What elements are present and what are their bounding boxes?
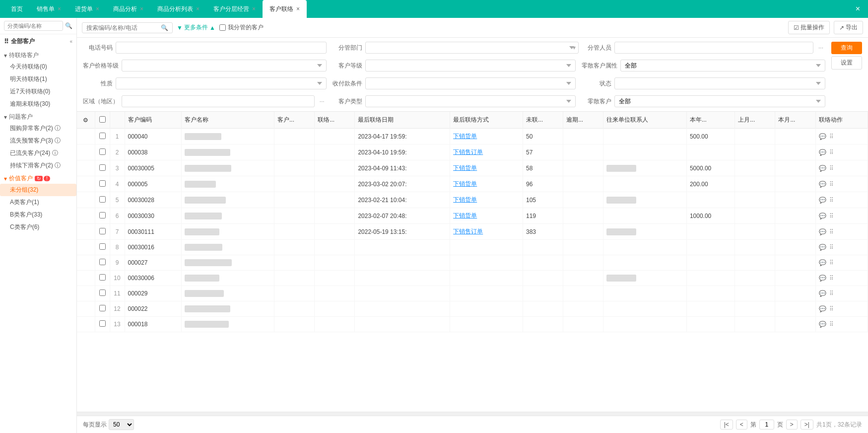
last-page-button[interactable]: >| bbox=[801, 420, 813, 430]
message-icon[interactable]: 💬 bbox=[819, 305, 826, 312]
select-all-checkbox[interactable] bbox=[99, 116, 106, 123]
nav-customer-contact[interactable]: 客户联络 × bbox=[263, 0, 307, 18]
status-select[interactable] bbox=[614, 77, 825, 89]
checkbox-cell[interactable] bbox=[95, 240, 110, 255]
nav-purchase[interactable]: 进货单 × bbox=[68, 0, 106, 18]
more-icon[interactable]: ⠿ bbox=[829, 213, 834, 219]
page-size-select[interactable]: 10 20 50 100 bbox=[109, 419, 134, 430]
checkbox-cell[interactable] bbox=[95, 224, 110, 240]
reset-button[interactable]: 设置 bbox=[831, 56, 862, 70]
col-last-date[interactable]: 最后联络日期 bbox=[355, 112, 450, 129]
message-icon[interactable]: 💬 bbox=[819, 165, 826, 172]
nav-home[interactable]: 首页 bbox=[4, 0, 30, 18]
batch-op-button[interactable]: ☑ 批量操作 bbox=[788, 21, 830, 34]
search-icon[interactable]: 🔍 bbox=[161, 24, 168, 31]
more-icon[interactable]: ⠿ bbox=[829, 181, 834, 188]
checkbox-cell[interactable] bbox=[95, 301, 110, 317]
col-unit-contact[interactable]: 往来单位联系人 bbox=[603, 112, 687, 129]
region-more-icon[interactable]: ··· bbox=[318, 98, 327, 105]
checkbox-cell[interactable] bbox=[95, 286, 110, 301]
sidebar-group-problem[interactable]: ▾ 问题客户 bbox=[0, 110, 76, 122]
phone-input[interactable] bbox=[116, 42, 327, 54]
sidebar-item-tomorrow[interactable]: 明天待联络(1) bbox=[0, 73, 76, 85]
checkbox-cell[interactable] bbox=[95, 129, 110, 144]
filter-more-btn[interactable]: ▼ 更多条件 ▲ bbox=[177, 23, 215, 32]
first-page-button[interactable]: |< bbox=[720, 420, 733, 430]
nav-purchase-close[interactable]: × bbox=[96, 5, 99, 12]
my-customers-check[interactable] bbox=[219, 24, 226, 31]
more-icon[interactable]: ⠿ bbox=[829, 259, 834, 266]
payment-select[interactable] bbox=[365, 77, 576, 89]
sidebar-item-class-b[interactable]: B类客户(33) bbox=[0, 209, 76, 221]
sidebar-group-value[interactable]: ▾ 价值客户 ↻ ! bbox=[0, 172, 76, 184]
retail-attr-select[interactable]: 全部 bbox=[620, 60, 825, 72]
sidebar-item-7days[interactable]: 近7天待联络(0) bbox=[0, 85, 76, 98]
col-this-year[interactable]: 本年... bbox=[686, 112, 734, 129]
checkbox-cell[interactable] bbox=[95, 144, 110, 160]
message-icon[interactable]: 💬 bbox=[819, 275, 826, 282]
col-this-month[interactable]: 本月... bbox=[775, 112, 815, 129]
message-icon[interactable]: 💬 bbox=[819, 197, 826, 204]
col-overdue[interactable]: 逾期... bbox=[563, 112, 603, 129]
my-customers-checkbox[interactable]: 我分管的客户 bbox=[219, 23, 264, 32]
gender-select[interactable] bbox=[116, 77, 327, 89]
nav-product-list[interactable]: 商品分析列表 × bbox=[150, 0, 206, 18]
message-icon[interactable]: 💬 bbox=[819, 149, 826, 156]
message-icon[interactable]: 💬 bbox=[819, 259, 826, 266]
nav-customer-segment-close[interactable]: × bbox=[252, 5, 256, 12]
sidebar-item-ungrouped[interactable]: 未分组(32) bbox=[0, 184, 76, 196]
sidebar-group-pending[interactable]: ▾ 待联络客户 bbox=[0, 49, 76, 61]
sidebar-item-class-c[interactable]: C类客户(6) bbox=[0, 221, 76, 233]
sidebar-item-abnormal[interactable]: 囤购异常客户(2) ⓘ bbox=[0, 122, 76, 135]
col-checkbox[interactable] bbox=[95, 112, 110, 129]
checkbox-cell[interactable] bbox=[95, 255, 110, 271]
more-icon[interactable]: ⠿ bbox=[829, 275, 834, 282]
sidebar-item-churned[interactable]: 已流失客户(24) ⓘ bbox=[0, 147, 76, 159]
message-icon[interactable]: 💬 bbox=[819, 133, 826, 140]
message-icon[interactable]: 💬 bbox=[819, 181, 826, 188]
region-input[interactable] bbox=[122, 95, 315, 107]
more-icon[interactable]: ⠿ bbox=[829, 197, 834, 204]
message-icon[interactable]: 💬 bbox=[819, 290, 826, 297]
export-button[interactable]: ↗ 导出 bbox=[834, 21, 863, 34]
col-type[interactable]: 客户... bbox=[274, 112, 315, 129]
sidebar-item-churn-warn[interactable]: 流失预警客户(3) ⓘ bbox=[0, 135, 76, 147]
sidebar-item-overdue[interactable]: 逾期未联络(30) bbox=[0, 98, 76, 110]
sidebar-all-customers[interactable]: ⠿ 全部客户 « bbox=[0, 34, 76, 49]
checkbox-cell[interactable] bbox=[95, 271, 110, 286]
col-code[interactable]: 客户编码 bbox=[125, 112, 182, 129]
manager-input[interactable] bbox=[614, 42, 813, 54]
col-name[interactable]: 客户名称 bbox=[182, 112, 274, 129]
customer-level-select[interactable] bbox=[365, 60, 576, 72]
more-icon[interactable]: ⠿ bbox=[829, 133, 834, 140]
window-close-button[interactable]: × bbox=[852, 2, 864, 15]
checkbox-cell[interactable] bbox=[95, 192, 110, 208]
more-icon[interactable]: ⠿ bbox=[829, 149, 834, 156]
sidebar-search-icon[interactable]: 🔍 bbox=[65, 22, 72, 29]
col-contact[interactable]: 联络... bbox=[315, 112, 355, 129]
customer-type-select[interactable] bbox=[365, 95, 576, 107]
nav-sales-close[interactable]: × bbox=[58, 5, 61, 12]
more-icon[interactable]: ⠿ bbox=[829, 321, 834, 328]
more-icon[interactable]: ⠿ bbox=[829, 228, 834, 235]
nav-product-analysis-close[interactable]: × bbox=[140, 5, 143, 12]
prev-page-button[interactable]: < bbox=[736, 420, 747, 430]
page-number-input[interactable] bbox=[759, 420, 774, 430]
col-settings[interactable]: ⚙ bbox=[77, 112, 95, 129]
message-icon[interactable]: 💬 bbox=[819, 213, 826, 219]
sidebar-item-today[interactable]: 今天待联络(0) bbox=[0, 61, 76, 73]
nav-product-list-close[interactable]: × bbox=[196, 5, 200, 12]
checkbox-cell[interactable] bbox=[95, 208, 110, 224]
col-no-contact[interactable]: 未联... bbox=[523, 112, 563, 129]
more-icon[interactable]: ⠿ bbox=[829, 165, 834, 172]
search-input[interactable] bbox=[86, 24, 161, 31]
message-icon[interactable]: 💬 bbox=[819, 228, 826, 235]
message-icon[interactable]: 💬 bbox=[819, 244, 826, 251]
nav-customer-segment[interactable]: 客户分层经营 × bbox=[206, 0, 263, 18]
checkbox-cell[interactable] bbox=[95, 317, 110, 332]
sidebar-search-input[interactable] bbox=[4, 21, 63, 31]
price-level-select[interactable] bbox=[122, 60, 327, 72]
nav-sales[interactable]: 销售单 × bbox=[30, 0, 68, 18]
more-icon[interactable]: ⠿ bbox=[829, 290, 834, 297]
checkbox-cell[interactable] bbox=[95, 160, 110, 176]
